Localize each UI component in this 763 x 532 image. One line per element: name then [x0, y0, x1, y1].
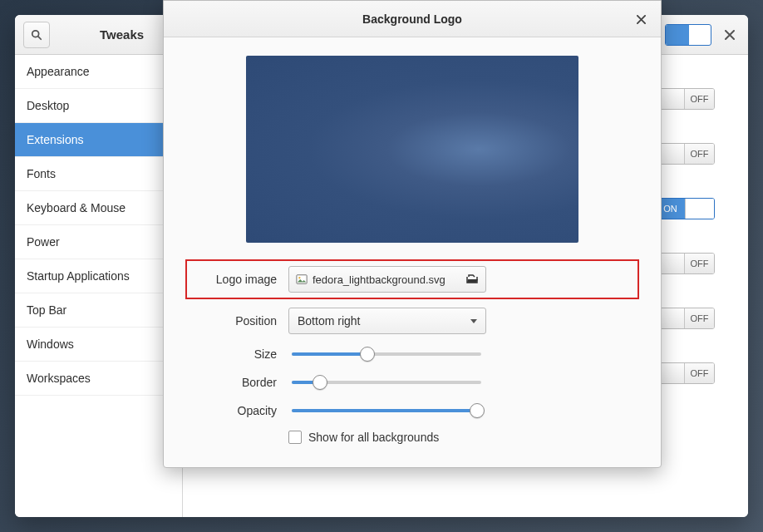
- logo-image-row: Logo image fedora_lightbackground.svg: [185, 259, 639, 299]
- position-value: Bottom right: [298, 314, 360, 328]
- border-row: Border: [194, 374, 631, 391]
- border-label: Border: [194, 376, 277, 389]
- sidebar-item-extensions[interactable]: Extensions: [15, 123, 182, 157]
- open-file-icon: [465, 273, 479, 286]
- window-close-button[interactable]: [720, 25, 740, 45]
- sidebar-item-windows[interactable]: Windows: [15, 328, 182, 362]
- chevron-down-icon: [470, 319, 477, 323]
- extension-toggle[interactable]: OFF: [655, 308, 715, 329]
- sidebar-item-keyboard-mouse[interactable]: Keyboard & Mouse: [15, 191, 182, 225]
- extension-toggle[interactable]: ON: [655, 198, 715, 219]
- opacity-row: Opacity: [194, 402, 631, 419]
- close-icon: [725, 30, 735, 40]
- sidebar-item-startup-applications[interactable]: Startup Applications: [15, 259, 182, 293]
- extensions-master-toggle[interactable]: [665, 24, 711, 46]
- dialog-close-button[interactable]: [631, 15, 651, 29]
- logo-image-file-button[interactable]: fedora_lightbackground.svg: [288, 266, 486, 293]
- position-combobox[interactable]: Bottom right: [288, 308, 486, 334]
- dialog-title: Background Logo: [362, 15, 462, 26]
- sidebar-item-top-bar[interactable]: Top Bar: [15, 293, 182, 328]
- sidebar-item-fonts[interactable]: Fonts: [15, 157, 182, 191]
- search-icon: [31, 29, 42, 41]
- opacity-label: Opacity: [194, 404, 277, 417]
- background-preview: [246, 56, 578, 243]
- show-for-all-label: Show for all backgrounds: [308, 431, 439, 444]
- sidebar-item-power[interactable]: Power: [15, 225, 182, 259]
- border-slider[interactable]: [292, 374, 481, 391]
- dialog-header: Background Logo: [164, 15, 661, 37]
- background-logo-dialog: Background Logo Logo image fedora_lightb…: [163, 15, 662, 468]
- extension-toggle[interactable]: OFF: [655, 253, 715, 274]
- close-icon: [637, 15, 646, 24]
- sidebar-item-appearance[interactable]: Appearance: [15, 55, 182, 89]
- tweaks-window: Tweaks Appearance Desktop Extensions Fon…: [15, 15, 748, 517]
- logo-image-label: Logo image: [194, 273, 277, 286]
- sidebar-item-workspaces[interactable]: Workspaces: [15, 362, 182, 396]
- extension-toggle[interactable]: OFF: [655, 88, 715, 110]
- size-row: Size: [194, 346, 631, 362]
- image-file-icon: [296, 273, 308, 285]
- sidebar-item-desktop[interactable]: Desktop: [15, 89, 182, 123]
- search-button[interactable]: [23, 22, 50, 48]
- app-title: Tweaks: [100, 27, 144, 42]
- position-row: Position Bottom right: [194, 308, 631, 334]
- show-for-all-checkbox[interactable]: [288, 431, 302, 444]
- show-for-all-row: Show for all backgrounds: [288, 431, 631, 444]
- logo-image-filename: fedora_lightbackground.svg: [313, 273, 445, 286]
- size-slider[interactable]: [292, 346, 481, 362]
- extension-toggle[interactable]: OFF: [655, 143, 715, 165]
- svg-line-1: [38, 36, 41, 38]
- extension-toggle[interactable]: OFF: [655, 362, 715, 384]
- opacity-slider[interactable]: [292, 402, 481, 419]
- size-label: Size: [194, 347, 277, 361]
- svg-rect-2: [297, 275, 307, 284]
- position-label: Position: [194, 314, 277, 328]
- svg-point-3: [298, 277, 300, 278]
- sidebar: Appearance Desktop Extensions Fonts Keyb…: [15, 55, 183, 517]
